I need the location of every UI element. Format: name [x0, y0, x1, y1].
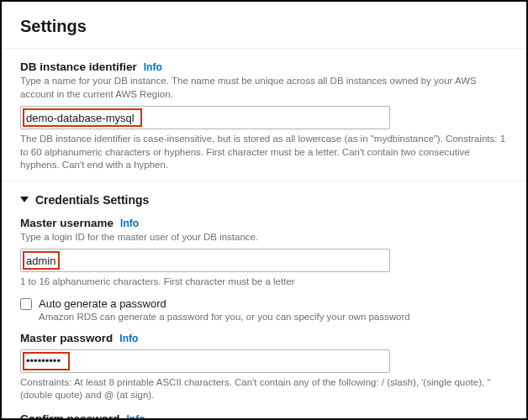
- db-identifier-info-link[interactable]: Info: [144, 61, 162, 73]
- confirm-password-label: Confirm password: [20, 412, 120, 420]
- divider: [2, 181, 526, 181]
- db-identifier-label: DB instance identifier: [20, 60, 137, 73]
- master-username-help: Type a login ID for the master user of y…: [20, 231, 508, 244]
- confirm-password-info-link[interactable]: Info: [127, 413, 145, 420]
- master-username-info-link[interactable]: Info: [120, 218, 139, 229]
- master-password-input[interactable]: [20, 349, 390, 373]
- master-username-constraint: 1 to 16 alphanumeric characters. First c…: [20, 276, 508, 289]
- db-identifier-help: Type a name for your DB instance. The na…: [20, 75, 508, 101]
- credentials-section-header[interactable]: Credentials Settings: [20, 193, 508, 207]
- confirm-password-group: Confirm password Info: [20, 412, 508, 420]
- master-password-info-link[interactable]: Info: [119, 333, 138, 344]
- caret-down-icon: [20, 197, 29, 202]
- db-identifier-input[interactable]: [20, 106, 390, 129]
- master-password-label: Master password: [20, 332, 113, 344]
- db-identifier-group: DB instance identifier Info Type a name …: [20, 60, 508, 172]
- master-username-group: Master username Info Type a login ID for…: [20, 217, 508, 289]
- credentials-section-title: Credentials Settings: [35, 193, 149, 207]
- master-username-label: Master username: [20, 217, 114, 229]
- auto-generate-help: Amazon RDS can generate a password for y…: [39, 312, 508, 322]
- master-password-constraint: Constraints: At least 8 printable ASCII …: [20, 376, 508, 402]
- db-identifier-constraint: The DB instance identifier is case-insen…: [20, 133, 508, 172]
- auto-generate-checkbox[interactable]: [20, 298, 32, 310]
- auto-generate-row: Auto generate a password: [20, 297, 508, 310]
- master-username-input[interactable]: [20, 249, 390, 272]
- divider: [2, 48, 526, 49]
- page-title: Settings: [20, 17, 508, 36]
- auto-generate-label: Auto generate a password: [39, 297, 166, 310]
- master-password-group: Master password Info Constraints: At lea…: [20, 332, 508, 402]
